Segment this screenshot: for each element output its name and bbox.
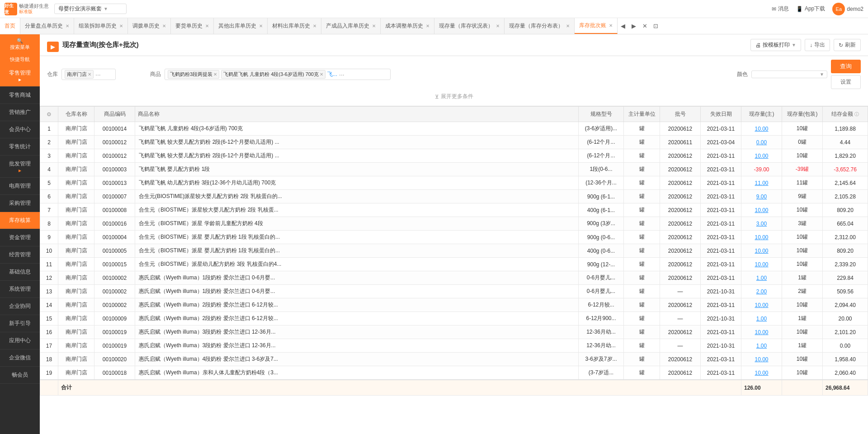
- commodity-tag-1: 飞鹤星飞帆 儿童奶粉 4段(3-6岁适用) 700克 ✕: [221, 70, 326, 79]
- tab-next-btn[interactable]: ▶: [628, 18, 639, 34]
- tab-7[interactable]: 产成品入库单历史 ✕: [321, 18, 381, 34]
- sidebar-item-guide[interactable]: 新手引导: [0, 315, 40, 332]
- sidebar-item-collab[interactable]: 企业协同: [0, 298, 40, 315]
- table-row: 1 南岸门店 00100014 飞鹤星飞帆 儿童奶粉 4段(3-6岁适用) 70…: [40, 122, 868, 136]
- content-area: ▶ 现存量查询(按仓库+批次) 🖨 按模板打印 ▼ ↓ 导出 ↻ 刷新: [40, 34, 868, 434]
- sidebar-item-vip[interactable]: 畅会员: [0, 367, 40, 384]
- tab-close-9[interactable]: ✕: [496, 24, 500, 28]
- table-row: 8 南岸门店 00100016 合生元（BIOSTIME）派星 学龄前儿童配方奶…: [40, 217, 868, 231]
- export-btn[interactable]: ↓ 导出: [805, 39, 830, 51]
- tab-close-6[interactable]: ✕: [313, 24, 316, 28]
- tab-close-all-btn[interactable]: ✕: [639, 18, 650, 34]
- sidebar-toggle-btn[interactable]: ▶: [47, 42, 59, 52]
- sidebar-item-operations[interactable]: 经营管理: [0, 246, 40, 264]
- sidebar-item-basic-info[interactable]: 基础信息: [0, 264, 40, 281]
- refresh-btn[interactable]: ↻ 刷新: [834, 39, 861, 51]
- sidebar-item-retail-stats[interactable]: 零售统计: [0, 138, 40, 156]
- template-dropdown-icon: ▼: [792, 42, 796, 47]
- tab-1[interactable]: 分量盘点单历史 ✕: [20, 18, 74, 34]
- commodity-filter: 商品 飞鹤奶粉3段两提装 ✕ 飞鹤星飞帆 儿童奶粉 4段(3-6岁适用) 700…: [150, 69, 733, 80]
- user-avatar[interactable]: Ea demo2: [832, 3, 863, 15]
- sidebar-item-retail-mgmt[interactable]: 零售管理 ▶: [0, 65, 40, 87]
- query-btn[interactable]: 查询: [831, 60, 861, 73]
- search-icon: 🔍: [17, 38, 23, 43]
- warehouse-tag-close[interactable]: ✕: [88, 72, 91, 77]
- commodity-more[interactable]: ···: [339, 71, 344, 78]
- tab-close-2[interactable]: ✕: [119, 24, 123, 28]
- tab-close-1[interactable]: ✕: [66, 24, 69, 28]
- tab-2[interactable]: 组装拆卸单历史 ✕: [74, 18, 128, 34]
- commodity-extra: 飞...: [327, 71, 337, 78]
- sidebar-item-members[interactable]: 会员中心: [0, 121, 40, 138]
- th-name: 商品名称: [135, 107, 579, 122]
- commodity-tag-box[interactable]: 飞鹤奶粉3段两提装 ✕ 飞鹤星飞帆 儿童奶粉 4段(3-6岁适用) 700克 ✕…: [165, 69, 391, 80]
- table-row: 16 南岸门店 00100019 惠氏启赋（Wyeth illuma）3段奶粉 …: [40, 326, 868, 339]
- warehouse-more[interactable]: ···: [95, 71, 101, 78]
- template-print-btn[interactable]: 🖨 按模板打印 ▼: [750, 39, 801, 51]
- color-filter: 颜色 ▼: [737, 71, 827, 78]
- settings-btn[interactable]: 设置: [831, 75, 861, 89]
- filter-area: 仓库 南岸门店 ✕ ··· 商品 飞鹤奶粉3段两提装: [40, 56, 868, 106]
- sidebar-item-system[interactable]: 系统管理: [0, 281, 40, 298]
- message-icon: ✉: [772, 6, 776, 12]
- sidebar-item-purchase[interactable]: 采购管理: [0, 195, 40, 212]
- export-icon: ↓: [810, 42, 812, 48]
- sidebar-item-ecommerce[interactable]: 电商管理: [0, 178, 40, 195]
- sidebar-item-wechat[interactable]: 企业微信: [0, 349, 40, 367]
- org-selector[interactable]: 母婴行业演示账套 ▼: [54, 4, 127, 14]
- tab-5[interactable]: 其他出库单历史 ✕: [214, 18, 268, 34]
- avatar: Ea: [832, 3, 845, 15]
- table-row: 10 南岸门店 00100005 合生元（BIOSTIME）派星 婴儿配方奶粉 …: [40, 244, 868, 258]
- sidebar-item-retail-mall[interactable]: 零售商城: [0, 87, 40, 104]
- tab-8[interactable]: 成本调整单历史 ✕: [381, 18, 434, 34]
- footer-row: 合计 126.00 26,968.64: [40, 380, 868, 396]
- chevron-down-icon: ▶: [19, 78, 21, 82]
- tab-expand-btn[interactable]: ⊡: [650, 18, 661, 34]
- tab-close-10[interactable]: ✕: [566, 24, 570, 28]
- sidebar-item-inventory[interactable]: 库存核算: [0, 212, 40, 229]
- expand-row: ⊻ 展开更多条件: [47, 91, 861, 102]
- th-expire: 失效日期: [701, 107, 741, 122]
- top-right-actions: ✉ 消息 📱 App下载 Ea demo2: [772, 3, 863, 15]
- tab-close-8[interactable]: ✕: [426, 24, 429, 28]
- tab-3[interactable]: 调拨单历史 ✕: [128, 18, 171, 34]
- main-layout: 🔍 搜索菜单 快捷导航 零售管理 ▶ 零售商城 营销推广 会员中心 零售统计 批…: [0, 34, 868, 434]
- tab-home[interactable]: 首页: [0, 18, 20, 34]
- tab-4[interactable]: 要货单历史 ✕: [171, 18, 214, 34]
- color-select-box[interactable]: ▼: [751, 71, 827, 78]
- tab-prev-btn[interactable]: ◀: [618, 18, 628, 34]
- app-download-btn[interactable]: 📱 App下载: [796, 5, 825, 13]
- tab-close-3[interactable]: ✕: [162, 24, 166, 28]
- th-settings[interactable]: ⚙: [40, 107, 58, 122]
- table-footer: 合计 126.00 26,968.64: [40, 380, 868, 396]
- sidebar-search[interactable]: 🔍 搜索菜单: [0, 34, 40, 54]
- tab-9[interactable]: 现存量（库存状况表） ✕: [434, 18, 505, 34]
- th-stock-pkg: 现存量(包装): [782, 107, 823, 122]
- sidebar-item-app-center[interactable]: 应用中心: [0, 332, 40, 349]
- expand-conditions-btn[interactable]: ⊻ 展开更多条件: [435, 93, 473, 100]
- sidebar-item-wholesale[interactable]: 批发管理 ▶: [0, 156, 40, 178]
- chevron-down-icon-2: ▶: [19, 169, 21, 173]
- tab-close-7[interactable]: ✕: [372, 24, 376, 28]
- mobile-icon: 📱: [796, 6, 803, 12]
- table-row: 12 南岸门店 00100002 惠氏启赋（Wyeth illuma）1段奶粉 …: [40, 271, 868, 285]
- sidebar: 🔍 搜索菜单 快捷导航 零售管理 ▶ 零售商城 营销推广 会员中心 零售统计 批…: [0, 34, 40, 434]
- commodity-tag-close-1[interactable]: ✕: [320, 72, 323, 77]
- sidebar-item-marketing[interactable]: 营销推广: [0, 104, 40, 121]
- tab-10[interactable]: 现存量（库存分布表） ✕: [505, 18, 575, 34]
- logo-text: 畅捷通好生意 标准版: [19, 3, 49, 14]
- tab-6[interactable]: 材料出库单历史 ✕: [268, 18, 321, 34]
- logo-icon: 好生意: [5, 3, 17, 15]
- commodity-tag-close-0[interactable]: ✕: [213, 72, 217, 77]
- warehouse-tag-box[interactable]: 南岸门店 ✕ ···: [61, 69, 116, 80]
- sidebar-item-finance[interactable]: 资金管理: [0, 229, 40, 246]
- th-spec: 规格型号: [579, 107, 624, 122]
- top-bar: 好生意 畅捷通好生意 标准版 母婴行业演示账套 ▼ ✉ 消息 📱 App下载 E…: [0, 0, 868, 18]
- tab-close-4[interactable]: ✕: [205, 24, 209, 28]
- tab-11[interactable]: 库存批次账 ✕: [575, 18, 618, 34]
- tab-close-5[interactable]: ✕: [259, 24, 263, 28]
- message-btn[interactable]: ✉ 消息: [772, 5, 789, 13]
- table-settings-icon[interactable]: ⚙: [47, 111, 52, 118]
- tab-close-11[interactable]: ✕: [609, 23, 613, 28]
- sidebar-nav-label: 快捷导航: [0, 54, 40, 65]
